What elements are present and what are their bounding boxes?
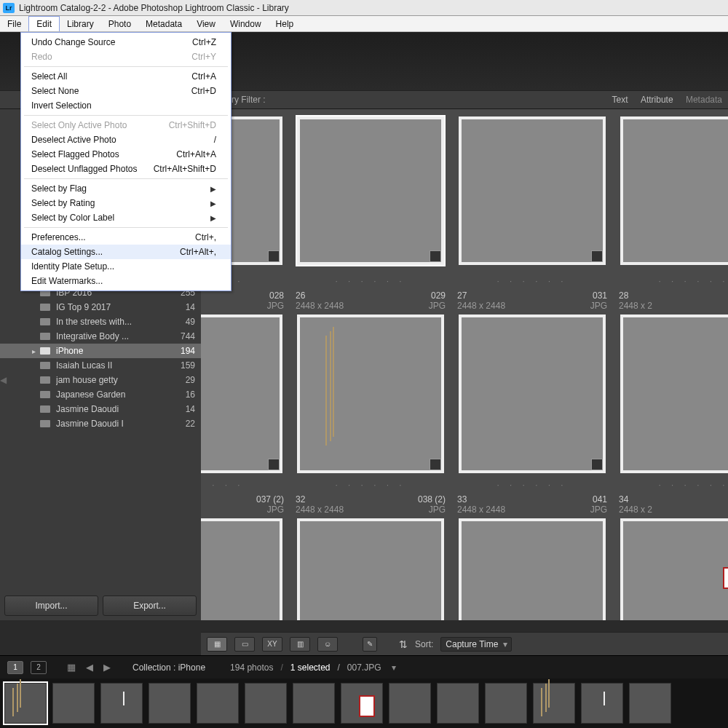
badge-icon[interactable] <box>430 250 441 262</box>
filmstrip-thumbnail[interactable] <box>100 683 143 724</box>
menu-view[interactable]: View <box>189 16 223 31</box>
grid-cell[interactable]: 330412448 x 2448JPG· · · · · · <box>451 494 613 620</box>
nav-forward-icon[interactable]: ▶ <box>102 662 112 673</box>
menu-item[interactable]: Identity Plate Setup... <box>21 259 231 274</box>
filmstrip-thumbnail[interactable] <box>389 683 431 724</box>
filmstrip-thumbnail[interactable] <box>437 683 479 724</box>
collection-item[interactable]: In the streets with...49 <box>0 314 201 329</box>
badge-icon[interactable] <box>430 459 441 470</box>
menu-item[interactable]: Edit Watermarks... <box>21 274 231 288</box>
thumbnail[interactable] <box>201 518 282 620</box>
menu-item[interactable]: Undo Change SourceCtrl+Z <box>21 35 231 50</box>
menu-item[interactable]: Select NoneCtrl+D <box>21 84 231 98</box>
badge-icon[interactable] <box>591 459 603 470</box>
menu-help[interactable]: Help <box>269 16 301 31</box>
menu-item[interactable]: Invert Selection <box>21 98 231 113</box>
badge-icon[interactable] <box>268 459 280 470</box>
filmstrip-thumbnail[interactable] <box>581 683 623 724</box>
grid-cell[interactable]: 282448 x 2· · · · · · <box>613 290 728 494</box>
painter-tool-button[interactable]: ✎ <box>363 637 377 652</box>
thumbnail[interactable] <box>620 116 728 265</box>
menu-window[interactable]: Window <box>223 16 269 31</box>
menu-edit[interactable]: Edit <box>28 16 60 31</box>
monitor-1-button[interactable]: 1 <box>7 661 23 674</box>
view-grid-button[interactable]: ▦ <box>207 637 227 652</box>
view-people-button[interactable]: ☺ <box>317 637 338 652</box>
thumbnail[interactable] <box>459 116 606 265</box>
menu-item[interactable]: Select by Rating▶ <box>21 196 231 210</box>
menu-item[interactable]: Select by Flag▶ <box>21 181 231 196</box>
grid-cell[interactable]: 260292448 x 2448JPG· · · · · · <box>290 290 451 494</box>
grid-cell[interactable]: 270312448 x 2448JPG· · · · · · <box>451 290 613 494</box>
sort-dropdown[interactable]: Capture Time <box>440 637 512 652</box>
collection-item[interactable]: Isaiah Lucas II159 <box>0 358 201 373</box>
filmstrip-thumbnail[interactable] <box>149 683 191 724</box>
collection-item[interactable]: jam house getty29 <box>0 373 201 387</box>
filmstrip-thumbnail[interactable] <box>4 683 47 724</box>
grid-cell[interactable]: 32038 (2)2448 x 2448JPG· · · · · · <box>290 494 451 620</box>
collection-item[interactable]: Jasmine Daoudi I22 <box>0 416 201 431</box>
menu-item[interactable]: Select by Color Label▶ <box>21 210 231 225</box>
titlebar: Lr Lightroom Catalog-2-2 - Adobe Photosh… <box>0 0 728 16</box>
thumbnail[interactable] <box>297 314 444 473</box>
import-button[interactable]: Import... <box>4 596 98 616</box>
thumbnail-grid[interactable]: · · · · · ·· · · · · ·· · · · · ·· · · ·… <box>201 109 728 620</box>
filmstrip-thumbnail[interactable] <box>629 683 671 724</box>
thumbnail[interactable] <box>201 314 282 473</box>
collection-item[interactable]: Jasmine Daoudi14 <box>0 402 201 416</box>
sort-direction-icon[interactable]: ⇅ <box>399 638 408 650</box>
menu-item[interactable]: Preferences...Ctrl+, <box>21 230 231 245</box>
grid-cell[interactable]: 31037 (2)2448 x 2448JPG· · · · · · <box>201 494 290 620</box>
thumbnail[interactable] <box>459 518 606 620</box>
badge-icon[interactable] <box>591 250 603 262</box>
menu-file[interactable]: File <box>0 16 28 31</box>
folder-icon <box>40 318 50 325</box>
filter-tab-attribute[interactable]: Attribute <box>641 95 673 105</box>
menu-photo[interactable]: Photo <box>101 16 138 31</box>
menu-item[interactable]: Select Flagged PhotosCtrl+Alt+A <box>21 147 231 162</box>
nav-back-icon[interactable]: ◀ <box>84 662 95 673</box>
panel-collapse-handle[interactable]: ◀ <box>0 375 7 385</box>
filmstrip[interactable] <box>0 678 728 728</box>
menu-item: RedoCtrl+Y <box>21 50 231 64</box>
collection-path[interactable]: Collection : iPhone <box>132 662 205 673</box>
collection-item[interactable]: Integrative Body ...744 <box>0 329 201 344</box>
view-compare-button[interactable]: XY <box>262 637 282 652</box>
chevron-down-icon[interactable]: ▾ <box>392 662 396 673</box>
grid-cell[interactable]: 342448 x 2· · · · · · <box>613 494 728 620</box>
filmstrip-thumbnail[interactable] <box>245 683 287 724</box>
thumbnail[interactable] <box>297 518 444 620</box>
filmstrip-thumbnail[interactable] <box>197 683 239 724</box>
thumbnail[interactable] <box>620 314 728 473</box>
filmstrip-thumbnail[interactable] <box>52 683 95 724</box>
filter-tab-metadata[interactable]: Metadata <box>686 95 722 105</box>
filmstrip-thumbnail[interactable] <box>341 683 383 724</box>
menu-item[interactable]: Catalog Settings...Ctrl+Alt+, <box>21 245 231 259</box>
filmstrip-thumbnail[interactable] <box>485 683 527 724</box>
grid-cell[interactable]: · · · · · · <box>290 109 451 290</box>
edit-menu-dropdown: Undo Change SourceCtrl+ZRedoCtrl+YSelect… <box>20 32 232 291</box>
collection-item[interactable]: Japanese Garden16 <box>0 387 201 402</box>
badge-icon[interactable] <box>268 250 280 262</box>
menu-item[interactable]: Select AllCtrl+A <box>21 69 231 84</box>
view-survey-button[interactable]: ▥ <box>290 637 310 652</box>
monitor-2-button[interactable]: 2 <box>31 661 47 674</box>
menu-library[interactable]: Library <box>60 16 101 31</box>
filter-tab-text[interactable]: Text <box>612 95 628 105</box>
menu-item[interactable]: Deselect Active Photo/ <box>21 132 231 147</box>
export-button[interactable]: Export... <box>103 596 197 616</box>
grid-cell[interactable]: · · · · · · <box>613 109 728 290</box>
thumbnail[interactable] <box>459 314 606 473</box>
filmstrip-thumbnail[interactable] <box>293 683 335 724</box>
menu-item[interactable]: Deselect Unflagged PhotosCtrl+Alt+Shift+… <box>21 162 231 176</box>
thumbnail[interactable] <box>297 116 444 265</box>
grid-icon[interactable]: ▦ <box>66 662 77 673</box>
collection-item[interactable]: iPhone194 <box>0 344 201 358</box>
grid-cell[interactable]: · · · · · · <box>451 109 613 290</box>
grid-cell[interactable]: 0282448JPG· · · · · · <box>201 290 290 494</box>
filmstrip-thumbnail[interactable] <box>533 683 575 724</box>
thumbnail[interactable] <box>620 518 728 620</box>
menu-metadata[interactable]: Metadata <box>138 16 189 31</box>
collection-item[interactable]: IG Top 9 201714 <box>0 300 201 314</box>
view-loupe-button[interactable]: ▭ <box>234 637 255 652</box>
